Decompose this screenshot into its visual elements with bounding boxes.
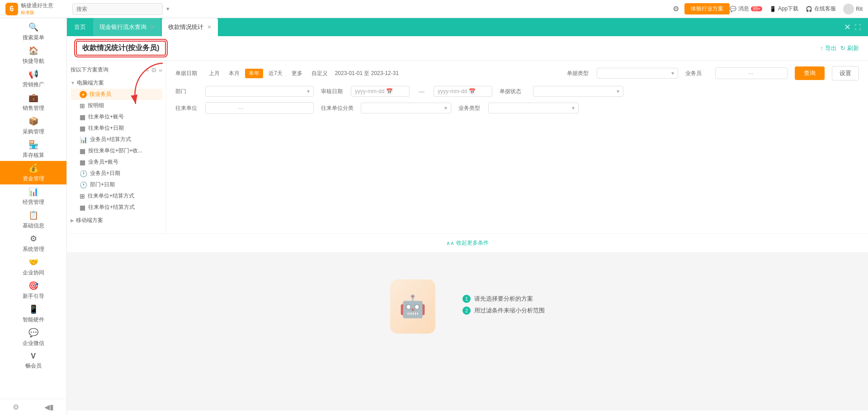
tab-bar: 首页 现金银行流水查询 ✕ 收款情况统计 ✕ ✕ ⛶ xyxy=(67,18,868,36)
close-window-icon[interactable]: ✕ xyxy=(844,22,851,32)
salesman-select[interactable]: ··· xyxy=(715,67,788,79)
sidebar-item-member-label: 畅会员 xyxy=(25,362,42,370)
management-icon: 📊 xyxy=(28,187,38,197)
scheme-item-partner-date-label: 往来单位+日期 xyxy=(88,124,124,132)
scheme-item-partner-dept[interactable]: ▦ 按往来单位+部门+收... xyxy=(71,145,162,156)
scheme-item-partner-date[interactable]: ▦ 往来单位+日期 xyxy=(71,123,162,134)
tab-receipts-stats[interactable]: 收款情况统计 ✕ xyxy=(162,18,218,36)
scheme-item-partner-settle1[interactable]: ⊞ 往来单位+结算方式 xyxy=(71,190,162,202)
user-profile-btn[interactable]: Rit xyxy=(843,4,863,14)
voucher-type-label: 单据类型 xyxy=(567,70,590,77)
sidebar-item-finance[interactable]: 💰 资金管理 xyxy=(0,161,66,184)
scheme-add-icon[interactable]: + xyxy=(146,66,149,74)
dept-select[interactable]: ▾ xyxy=(205,86,314,97)
purchase-icon: 📦 xyxy=(28,116,38,126)
scheme-panel: 按以下方案查询 + ⚙ « ▼ 电脑端方案 xyxy=(67,61,166,233)
date-tabs: 上月 本月 本年 近7天 更多 自定义 2023-01-01 至 2023-12… xyxy=(205,69,399,78)
partner-cat-label: 往来单位分类 xyxy=(321,104,354,112)
pc-group-arrow: ▼ xyxy=(71,80,75,85)
sidebar-item-inventory[interactable]: 🏪 库存核算 xyxy=(0,137,66,161)
maximize-icon[interactable]: ⛶ xyxy=(854,24,861,31)
voucher-status-select[interactable]: ▾ xyxy=(533,86,623,97)
review-date-from[interactable]: yyyy-mm-dd 📅 xyxy=(351,86,410,97)
collapse-icon: ∧∧ xyxy=(446,240,454,246)
top-search-area: ▾ xyxy=(72,3,673,15)
sales-icon: 💼 xyxy=(28,93,38,103)
scheme-item-partner-settle2[interactable]: ▦ 往来单位+结算方式 xyxy=(71,202,162,213)
sidebar-item-system[interactable]: ⚙ 系统管理 xyxy=(0,231,66,255)
tab-home[interactable]: 首页 xyxy=(67,18,93,36)
export-button[interactable]: ↑ 导出 xyxy=(821,44,837,52)
partner-account-icon: ▦ xyxy=(80,113,85,121)
sidebar-item-purchase[interactable]: 📦 采购管理 xyxy=(0,114,66,137)
sidebar-item-enterprise[interactable]: 🤝 企业协同 xyxy=(0,255,66,278)
tab-bank-flow[interactable]: 现金银行流水查询 ✕ xyxy=(93,18,161,36)
mobile-group-arrow: ▶ xyxy=(71,218,74,223)
filter-settings-button[interactable]: 设置 xyxy=(832,66,859,80)
biz-type-select[interactable]: ▾ xyxy=(488,103,579,113)
partner-select[interactable]: ··· xyxy=(205,102,314,114)
sidebar-collapse-icon[interactable]: ◀▮ xyxy=(44,403,54,411)
partner-dots[interactable]: ··· xyxy=(238,104,244,112)
sidebar-item-hardware[interactable]: 📱 智能硬件 xyxy=(0,302,66,325)
sidebar-item-management[interactable]: 📊 经营管理 xyxy=(0,184,66,208)
search-input[interactable] xyxy=(72,3,163,15)
member-icon: V xyxy=(31,352,36,360)
date-tab-last-month[interactable]: 上月 xyxy=(205,69,223,78)
sidebar-item-hardware-label: 智能硬件 xyxy=(23,316,44,324)
sidebar-item-guide[interactable]: 🎯 新手引导 xyxy=(0,278,66,302)
scheme-item-partner-account[interactable]: ▦ 往来单位+账号 xyxy=(71,111,162,123)
app-logo-icon: 6 xyxy=(5,3,18,15)
voucher-type-select[interactable]: ▾ xyxy=(597,68,678,79)
sidebar-item-sales[interactable]: 💼 销售管理 xyxy=(0,90,66,114)
empty-steps: 1 请先选择要分析的方案 2 用过滤条件来缩小分析范围 xyxy=(462,295,545,318)
search-menu-icon: 🔍 xyxy=(28,22,38,32)
calendar-icon[interactable]: 📅 xyxy=(386,88,393,94)
date-tab-more[interactable]: 更多 xyxy=(288,69,306,78)
scheme-item-salesman-settle[interactable]: 📊 业务员+结算方式 xyxy=(71,134,162,145)
search-chevron-icon[interactable]: ▾ xyxy=(166,5,170,12)
trial-button[interactable]: 体验行业方案 xyxy=(684,3,730,14)
date-tab-this-month[interactable]: 本月 xyxy=(225,69,243,78)
date-tab-this-year[interactable]: 本年 xyxy=(245,69,263,78)
online-service-btn[interactable]: 🎧 在线客服 xyxy=(806,5,836,13)
review-date-label: 审核日期 xyxy=(321,88,344,95)
sidebar-item-search[interactable]: 🔍 搜索菜单 xyxy=(0,20,66,43)
app-download-btn[interactable]: 📱 App下载 xyxy=(769,5,798,13)
tree-group-mobile-label[interactable]: ▶ 移动端方案 xyxy=(71,215,162,226)
sidebar-item-member[interactable]: V 畅会员 xyxy=(0,349,66,373)
salesman-dots[interactable]: ··· xyxy=(748,70,754,77)
refresh-button[interactable]: ↻ 刷新 xyxy=(840,44,859,52)
sidebar-item-search-label: 搜索菜单 xyxy=(23,34,44,42)
review-date-to[interactable]: yyyy-mm-dd 📅 xyxy=(434,86,492,97)
scheme-settings-icon[interactable]: ⚙ xyxy=(151,66,157,74)
scheme-collapse-icon[interactable]: « xyxy=(159,66,162,74)
settings-icon[interactable]: ⚙ xyxy=(673,5,679,13)
scheme-item-salesman-date[interactable]: 🕐 业务员+日期 xyxy=(71,168,162,179)
tab-receipts-close[interactable]: ✕ xyxy=(207,24,212,30)
tree-group-pc-label[interactable]: ▼ 电脑端方案 xyxy=(71,77,162,89)
sidebar-settings-icon[interactable]: ⚙ xyxy=(13,403,19,411)
scheme-item-dept-date[interactable]: 🕐 部门+日期 xyxy=(71,179,162,190)
scheme-item-partner-dept-label: 按往来单位+部门+收... xyxy=(88,147,142,155)
message-btn[interactable]: 💬 消息 99+ xyxy=(730,5,762,13)
sidebar-item-basic[interactable]: 📋 基础信息 xyxy=(0,208,66,231)
empty-step-1: 1 请先选择要分析的方案 xyxy=(462,295,545,303)
scheme-item-detail[interactable]: ⊞ 按明细 xyxy=(71,100,162,111)
date-tab-custom[interactable]: 自定义 xyxy=(308,69,331,78)
date-tab-7days[interactable]: 近7天 xyxy=(265,69,286,78)
collapse-label: 收起更多条件 xyxy=(456,239,489,247)
scheme-item-salesman-account[interactable]: ▦ 业务员+账号 xyxy=(71,156,162,168)
query-button[interactable]: 查询 xyxy=(795,66,825,80)
dept-chevron: ▾ xyxy=(307,88,310,94)
page-actions: ↑ 导出 ↻ 刷新 xyxy=(821,44,859,52)
collapse-bar[interactable]: ∧∧ 收起更多条件 xyxy=(67,233,868,252)
sidebar-item-nav[interactable]: 🏠 快捷导航 xyxy=(0,43,66,67)
calendar-icon-to[interactable]: 📅 xyxy=(469,88,476,94)
sidebar-item-marketing[interactable]: 📢 营销推广 xyxy=(0,67,66,90)
sidebar-item-wechat[interactable]: 💬 企业微信 xyxy=(0,325,66,349)
partner-cat-select[interactable]: ▾ xyxy=(361,103,451,113)
scheme-item-salesman[interactable]: ● 按业务员 xyxy=(71,89,162,100)
date-range-display: 2023-01-01 至 2023-12-31 xyxy=(335,70,399,77)
tab-bank-flow-close[interactable]: ✕ xyxy=(150,24,155,30)
